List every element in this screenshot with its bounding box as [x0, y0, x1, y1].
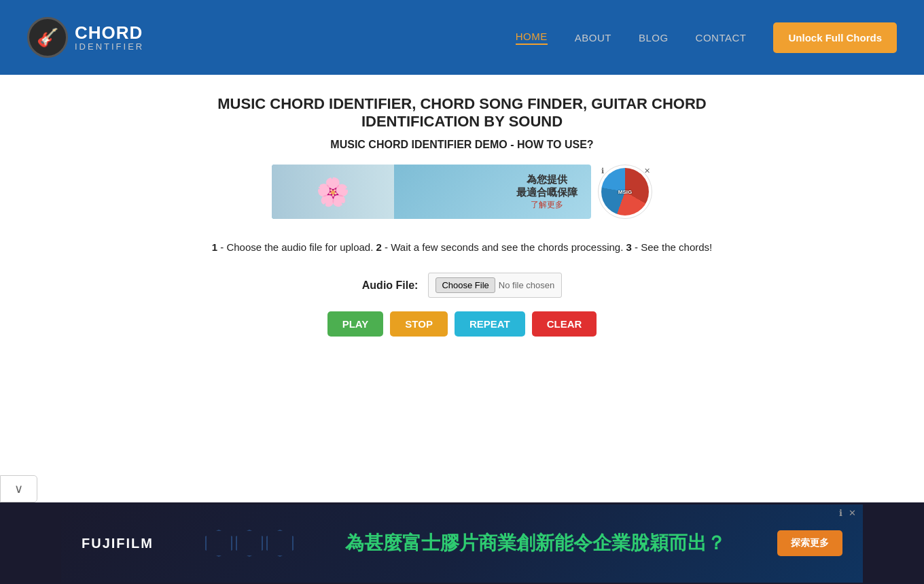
ad-area: 🌸 為您提供 最適合嘅保障 了解更多 ℹ ✕ MSIG: [170, 165, 754, 219]
repeat-button[interactable]: REPEAT: [455, 311, 525, 337]
nav-about[interactable]: ABOUT: [575, 32, 611, 44]
page-title: MUSIC CHORD IDENTIFIER, CHORD SONG FINDE…: [170, 95, 754, 131]
audio-file-row: Audio File: Choose File No file chosen: [170, 273, 754, 298]
ad-chinese-line1: 為您提供: [516, 173, 578, 186]
step3-text: - See the chords!: [632, 241, 712, 253]
ad-text-block: 為您提供 最適合嘅保障 了解更多: [516, 173, 578, 211]
logo-identifier: IDENTIFIER: [75, 42, 144, 52]
nav-contact[interactable]: CONTACT: [696, 32, 747, 44]
choose-file-button[interactable]: Choose File: [436, 277, 495, 293]
ad-banner-right: ℹ ✕ MSIG: [598, 165, 652, 219]
ad-learn-more[interactable]: 了解更多: [531, 200, 563, 209]
site-header: 🎸 CHORD IDENTIFIER HOME ABOUT BLOG CONTA…: [0, 0, 924, 75]
step1-num: 1: [212, 241, 217, 253]
ad-anime-image: 🌸: [272, 165, 394, 219]
logo-text: CHORD IDENTIFIER: [75, 23, 144, 52]
ad-banner-left: 🌸 為您提供 最適合嘅保障 了解更多: [272, 165, 591, 219]
file-input-wrapper[interactable]: Choose File No file chosen: [428, 273, 562, 298]
play-button[interactable]: PLAY: [327, 311, 384, 337]
page-subtitle: MUSIC CHORD IDENTIFIER DEMO - HOW TO USE…: [170, 139, 754, 151]
no-file-text: No file chosen: [499, 280, 554, 290]
msig-label: MSIG: [618, 189, 632, 195]
main-nav: HOME ABOUT BLOG CONTACT Unlock Full Chor…: [516, 22, 897, 53]
logo[interactable]: 🎸 CHORD IDENTIFIER: [27, 17, 144, 58]
ad-close-icon[interactable]: ✕: [644, 167, 650, 175]
step2-num: 2: [376, 241, 382, 253]
ad-chinese-line2: 最適合嘅保障: [516, 186, 578, 199]
unlock-button[interactable]: Unlock Full Chords: [773, 22, 897, 53]
step2-text: - Wait a few seconds and see the chords …: [382, 241, 626, 253]
step1-text: - Choose the audio file for upload.: [217, 241, 376, 253]
stop-button[interactable]: STOP: [390, 311, 448, 337]
action-buttons: PLAY STOP REPEAT CLEAR: [170, 311, 754, 337]
nav-home[interactable]: HOME: [516, 31, 548, 45]
instructions: 1 - Choose the audio file for upload. 2 …: [170, 239, 754, 256]
logo-icon: 🎸: [27, 17, 68, 58]
audio-file-label: Audio File:: [362, 279, 419, 292]
nav-blog[interactable]: BLOG: [639, 32, 669, 44]
step3-num: 3: [626, 241, 632, 253]
ad-info-icon[interactable]: ℹ: [601, 167, 604, 175]
main-content: MUSIC CHORD IDENTIFIER, CHORD SONG FINDE…: [156, 75, 768, 377]
logo-chord: CHORD: [75, 23, 144, 43]
msig-logo: MSIG: [601, 168, 649, 216]
clear-button[interactable]: CLEAR: [532, 311, 597, 337]
